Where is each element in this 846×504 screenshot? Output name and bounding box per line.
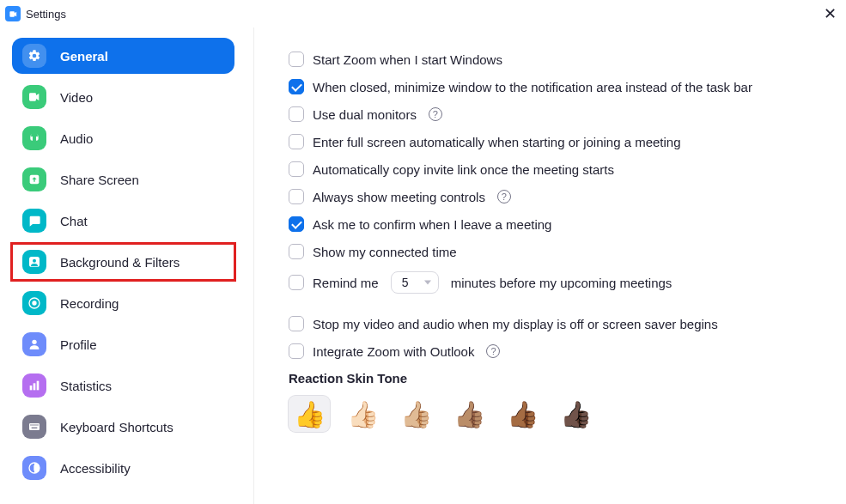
svg-rect-8 xyxy=(37,381,40,391)
option-label: Ask me to confirm when I leave a meeting xyxy=(313,217,551,232)
sidebar-item-chat[interactable]: Chat xyxy=(12,203,234,239)
svg-rect-11 xyxy=(32,424,33,425)
skin-tone-3[interactable]: 👍🏽 xyxy=(448,396,490,432)
svg-rect-13 xyxy=(35,424,36,425)
sidebar-item-recording[interactable]: Recording xyxy=(12,285,234,321)
svg-point-4 xyxy=(32,301,36,305)
skin-tone-2[interactable]: 👍🏼 xyxy=(395,396,436,432)
settings-content: Start Zoom when I start Windows When clo… xyxy=(254,27,846,504)
app-icon xyxy=(5,6,21,21)
skin-tone-row: 👍👍🏻👍🏼👍🏽👍🏾👍🏿 xyxy=(289,396,812,432)
svg-point-5 xyxy=(32,340,36,344)
option-label: When closed, minimize window to the noti… xyxy=(313,80,752,94)
option-label: Use dual monitors xyxy=(313,107,417,122)
option-row-remind: Remind me 5 minutes before my upcoming m… xyxy=(289,271,812,294)
checkbox[interactable] xyxy=(289,343,304,359)
remind-prefix: Remind me xyxy=(313,276,379,290)
nav-icon xyxy=(22,291,46,315)
option-row: Use dual monitors ? xyxy=(289,106,812,122)
nav-icon xyxy=(22,126,46,150)
nav-icon xyxy=(22,209,46,233)
svg-rect-7 xyxy=(33,383,36,390)
skin-tone-1[interactable]: 👍🏻 xyxy=(342,396,383,432)
nav-icon xyxy=(22,167,46,191)
option-row: Start Zoom when I start Windows xyxy=(289,52,812,67)
skin-tone-0[interactable]: 👍 xyxy=(289,396,330,432)
checkbox[interactable] xyxy=(289,106,304,122)
sidebar-item-general[interactable]: General xyxy=(12,38,234,74)
nav-icon xyxy=(22,373,46,398)
svg-rect-14 xyxy=(37,424,38,425)
option-label: Show my connected time xyxy=(313,245,457,259)
option-label: Automatically copy invite link once the … xyxy=(313,162,614,177)
sidebar-item-label: Profile xyxy=(60,337,97,352)
svg-rect-10 xyxy=(30,424,31,425)
option-row: Automatically copy invite link once the … xyxy=(289,161,812,177)
checkbox[interactable] xyxy=(289,161,304,177)
help-icon[interactable]: ? xyxy=(486,344,500,358)
sidebar: GeneralVideoAudioShare ScreenChatBackgro… xyxy=(0,27,254,504)
remind-select[interactable]: 5 xyxy=(391,271,439,294)
reaction-title: Reaction Skin Tone xyxy=(289,371,812,386)
nav-icon xyxy=(22,332,46,356)
sidebar-item-label: General xyxy=(60,49,108,64)
option-row: Ask me to confirm when I leave a meeting xyxy=(289,216,812,232)
option-label: Enter full screen automatically when sta… xyxy=(313,135,681,149)
skin-tone-5[interactable]: 👍🏿 xyxy=(555,396,596,432)
checkbox[interactable] xyxy=(289,189,304,204)
sidebar-item-label: Keyboard Shortcuts xyxy=(60,420,173,434)
sidebar-item-statistics[interactable]: Statistics xyxy=(12,367,234,404)
svg-rect-12 xyxy=(33,424,34,425)
option-row: Enter full screen automatically when sta… xyxy=(289,134,812,149)
nav-icon xyxy=(22,250,46,274)
checkbox[interactable] xyxy=(289,52,304,67)
sidebar-item-label: Statistics xyxy=(60,379,112,393)
nav-icon xyxy=(22,44,46,68)
sidebar-item-label: Recording xyxy=(60,296,119,311)
option-row: Stop my video and audio when my display … xyxy=(289,316,812,331)
checkbox[interactable] xyxy=(289,316,304,331)
sidebar-item-label: Video xyxy=(60,90,93,105)
sidebar-item-label: Chat xyxy=(60,214,88,228)
help-icon[interactable]: ? xyxy=(429,107,442,121)
option-label: Integrate Zoom with Outlook xyxy=(313,344,474,359)
option-label: Always show meeting controls xyxy=(313,190,485,204)
sidebar-item-label: Share Screen xyxy=(60,173,139,187)
close-button[interactable]: ✕ xyxy=(822,6,837,21)
skin-tone-4[interactable]: 👍🏾 xyxy=(502,396,543,432)
option-label: Start Zoom when I start Windows xyxy=(313,52,502,67)
sidebar-item-profile[interactable]: Profile xyxy=(12,326,234,362)
svg-rect-15 xyxy=(32,428,38,428)
svg-rect-6 xyxy=(30,386,33,390)
option-row: Integrate Zoom with Outlook ? xyxy=(289,343,812,359)
checkbox[interactable] xyxy=(289,275,304,290)
titlebar: Settings ✕ xyxy=(0,0,846,27)
sidebar-item-accessibility[interactable]: Accessibility xyxy=(12,450,234,486)
window-title: Settings xyxy=(26,8,66,21)
sidebar-item-share-screen[interactable]: Share Screen xyxy=(12,161,234,197)
option-row: Always show meeting controls ? xyxy=(289,189,812,204)
sidebar-item-label: Accessibility xyxy=(60,461,131,476)
sidebar-item-background-filters[interactable]: Background & Filters xyxy=(12,244,234,280)
sidebar-item-label: Audio xyxy=(60,131,93,146)
nav-icon xyxy=(22,85,46,109)
checkbox[interactable] xyxy=(289,244,304,259)
sidebar-item-audio[interactable]: Audio xyxy=(12,120,234,156)
option-label: Stop my video and audio when my display … xyxy=(313,317,718,331)
sidebar-item-video[interactable]: Video xyxy=(12,79,234,115)
nav-icon xyxy=(22,415,46,439)
nav-icon xyxy=(22,456,46,480)
help-icon[interactable]: ? xyxy=(497,190,511,203)
sidebar-item-keyboard-shortcuts[interactable]: Keyboard Shortcuts xyxy=(12,409,234,445)
svg-point-2 xyxy=(33,259,36,263)
sidebar-item-label: Background & Filters xyxy=(60,255,180,270)
checkbox[interactable] xyxy=(289,134,304,149)
remind-suffix: minutes before my upcoming meetings xyxy=(451,276,673,290)
option-row: Show my connected time xyxy=(289,244,812,259)
title-left: Settings xyxy=(5,6,66,21)
checkbox[interactable] xyxy=(289,216,304,232)
checkbox[interactable] xyxy=(289,79,304,94)
svg-rect-9 xyxy=(29,423,40,430)
option-row: When closed, minimize window to the noti… xyxy=(289,79,812,94)
